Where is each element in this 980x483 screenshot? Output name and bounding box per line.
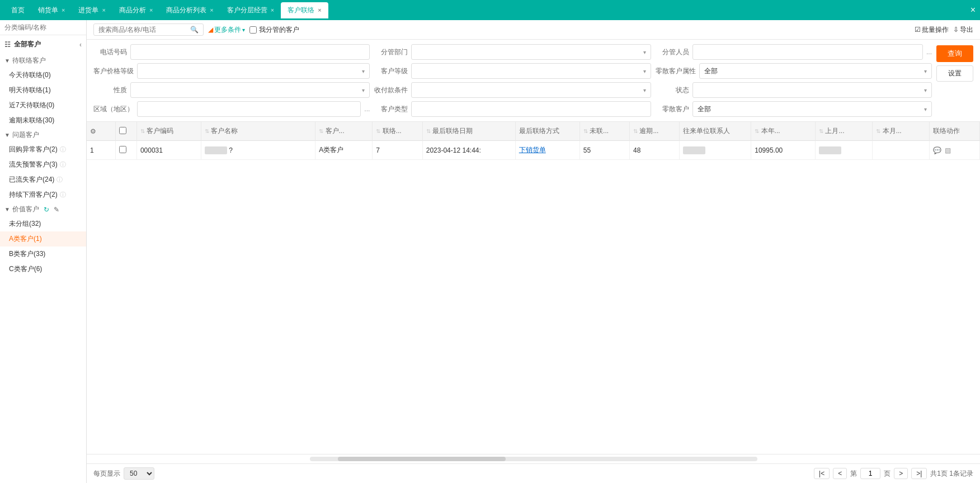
next-page-button[interactable]: > xyxy=(894,468,908,479)
window-close-button[interactable]: × xyxy=(970,5,976,15)
prev-page-button[interactable]: < xyxy=(833,468,847,479)
retail-attr-select[interactable]: 全部 ▾ xyxy=(699,63,932,79)
sidebar-item-declining[interactable]: 持续下滑客户(2) ⓘ xyxy=(0,187,86,202)
my-customers-checkbox: 我分管的客户 xyxy=(249,25,299,35)
filter-payment: 收付款条件 ▾ xyxy=(374,82,651,98)
th-last-date[interactable]: ⇅ 最后联络日期 xyxy=(422,122,515,141)
per-page-select[interactable]: 50 100 200 xyxy=(124,467,154,480)
close-icon[interactable]: × xyxy=(210,7,213,13)
th-this-month[interactable]: ⇅ 本月... xyxy=(873,122,930,141)
filter-actions: ☑ 批量操作 ⇩ 导出 xyxy=(915,25,973,35)
nav-tab-product-list[interactable]: 商品分析列表 × xyxy=(159,2,220,18)
sidebar-item-unclassified[interactable]: 未分组(32) xyxy=(0,216,86,231)
scrollbar-track[interactable] xyxy=(310,457,757,461)
region-input[interactable] xyxy=(137,101,361,117)
nav-tab-product-analysis[interactable]: 商品分析 × xyxy=(112,2,159,18)
filter-retail: 零散客户 全部 ▾ xyxy=(656,101,932,117)
chat-icon[interactable]: 💬 xyxy=(933,146,941,154)
person-input[interactable] xyxy=(692,44,923,60)
export-button[interactable]: ⇩ 导出 xyxy=(953,25,973,35)
th-no-contact[interactable]: ⇅ 未联... xyxy=(579,122,629,141)
sidebar-search-input[interactable] xyxy=(4,23,87,31)
sidebar-item-class-b[interactable]: B类客户(33) xyxy=(0,247,86,262)
nav-tab-sales[interactable]: 销货单 × xyxy=(31,2,72,18)
sidebar-search-bar: 🔍 xyxy=(0,20,86,35)
my-customers-check[interactable] xyxy=(249,26,257,34)
more-dots-icon[interactable]: ... xyxy=(926,48,932,56)
cell-no-contact: 55 xyxy=(579,141,629,160)
refresh-icon[interactable]: ↻ xyxy=(44,206,49,214)
sidebar-item-repurchase-abnormal[interactable]: 回购异常客户(2) ⓘ xyxy=(0,142,86,157)
query-button[interactable]: 查询 xyxy=(936,45,973,62)
phone-input[interactable] xyxy=(130,44,370,60)
close-icon[interactable]: × xyxy=(149,7,153,13)
cell-num: 1 xyxy=(87,141,115,160)
last-page-button[interactable]: >| xyxy=(911,468,927,479)
nav-tab-customer-tier[interactable]: 客户分层经营 × xyxy=(220,2,281,18)
more-dots-icon[interactable]: ... xyxy=(364,105,370,113)
qr-icon[interactable]: ▧ xyxy=(945,146,951,154)
cust-type-input[interactable] xyxy=(411,101,651,117)
row-checkbox[interactable] xyxy=(119,146,126,153)
sidebar-item-7days[interactable]: 近7天待联络(0) xyxy=(0,98,86,113)
filter-row-2: 客户价格等级 ▾ 客户等级 ▾ 零散客户属性 xyxy=(93,63,932,79)
filter-region: 区域（地区） ... xyxy=(93,101,370,117)
sidebar-item-lost[interactable]: 已流失客户(24) ⓘ xyxy=(0,172,86,187)
nav-tab-customer-contact[interactable]: 客户联络 × xyxy=(281,2,328,18)
filter-cust-level: 客户等级 ▾ xyxy=(374,63,651,79)
th-person[interactable]: 往来单位联系人 xyxy=(680,122,751,141)
settings-button[interactable]: 设置 xyxy=(936,65,973,82)
filter-search-box: 🔍 xyxy=(93,23,204,36)
dept-select[interactable]: ▾ xyxy=(411,44,651,60)
close-icon[interactable]: × xyxy=(271,7,274,13)
sidebar-all-customers[interactable]: ☷ 全部客户 ‹ xyxy=(0,35,86,54)
arrow-icon: ▼ xyxy=(4,206,10,212)
sidebar-item-class-c[interactable]: C类客户(6) xyxy=(0,262,86,277)
nav-tab-home[interactable]: 首页 xyxy=(4,2,31,18)
more-conditions-button[interactable]: ◢ 更多条件 ▾ xyxy=(208,25,245,35)
section-value-customers[interactable]: ▼ 价值客户 ↻ ✎ xyxy=(0,202,86,216)
sort-icon: ⇅ xyxy=(319,128,323,134)
sidebar-item-lost-warning[interactable]: 流失预警客户(3) ⓘ xyxy=(0,157,86,172)
sidebar-item-class-a[interactable]: A类客户(1) xyxy=(0,231,86,247)
search-icon[interactable]: 🔍 xyxy=(190,26,199,34)
cust-level-select[interactable]: ▾ xyxy=(411,63,651,79)
retail-select[interactable]: 全部 ▾ xyxy=(692,101,932,117)
select-all-checkbox[interactable] xyxy=(119,127,126,134)
sidebar-item-overdue[interactable]: 逾期未联络(30) xyxy=(0,113,86,128)
close-icon[interactable]: × xyxy=(102,7,105,13)
edit-icon[interactable]: ✎ xyxy=(54,206,59,214)
close-icon[interactable]: × xyxy=(62,7,65,13)
th-name[interactable]: ⇅ 客户名称 xyxy=(201,122,315,141)
th-contact[interactable]: ⇅ 联络... xyxy=(373,122,422,141)
scrollbar-thumb[interactable] xyxy=(338,457,506,461)
sidebar-item-today[interactable]: 今天待联络(0) xyxy=(0,68,86,83)
first-page-button[interactable]: |< xyxy=(814,468,830,479)
th-code[interactable]: ⇅ 客户编码 xyxy=(136,122,201,141)
th-this-year[interactable]: ⇅ 本年... xyxy=(751,122,816,141)
filter-row-3: 性质 ▾ 收付款条件 ▾ 状态 xyxy=(93,82,932,98)
status-select[interactable]: ▾ xyxy=(692,82,932,98)
th-overdue[interactable]: ⇅ 逾期... xyxy=(630,122,680,141)
horizontal-scrollbar[interactable] xyxy=(87,454,980,463)
section-pending-contact[interactable]: ▼ 待联络客户 xyxy=(0,54,86,68)
cell-person xyxy=(680,141,751,160)
collapse-icon[interactable]: ‹ xyxy=(79,41,82,49)
settings-icon[interactable]: ⚙ xyxy=(90,127,96,135)
nature-select[interactable]: ▾ xyxy=(130,82,370,98)
payment-select[interactable]: ▾ xyxy=(411,82,651,98)
page-number-input[interactable] xyxy=(860,468,880,479)
sidebar-item-tomorrow[interactable]: 明天待联络(1) xyxy=(0,83,86,98)
search-input[interactable] xyxy=(98,26,188,34)
last-way-link[interactable]: 下销货单 xyxy=(519,146,546,154)
cell-last-date: 2023-04-12 14:44: xyxy=(422,141,515,160)
batch-ops-button[interactable]: ☑ 批量操作 xyxy=(915,25,949,35)
close-icon[interactable]: × xyxy=(318,7,321,13)
th-last-month[interactable]: ⇅ 上月... xyxy=(816,122,873,141)
section-problem-customers[interactable]: ▼ 问题客户 xyxy=(0,128,86,142)
th-type[interactable]: ⇅ 客户... xyxy=(315,122,373,141)
th-settings[interactable]: ⚙ xyxy=(87,122,115,141)
th-last-way[interactable]: 最后联络方式 xyxy=(515,122,579,141)
price-level-select[interactable]: ▾ xyxy=(137,63,370,79)
nav-tab-purchase[interactable]: 进货单 × xyxy=(72,2,112,18)
